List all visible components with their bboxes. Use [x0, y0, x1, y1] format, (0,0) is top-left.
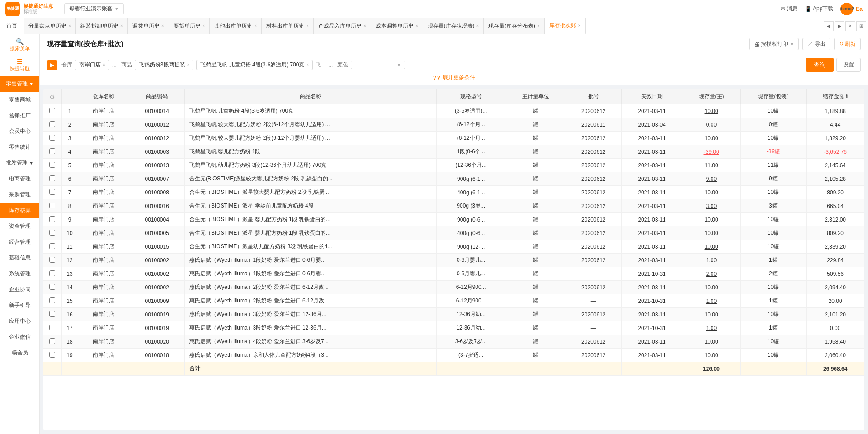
tab-close-all-btn[interactable]: × — [845, 21, 855, 31]
sidebar-item-system[interactable]: 系统管理 — [0, 266, 39, 282]
warehouse-more[interactable]: ... — [112, 62, 117, 68]
row-stock-main[interactable]: 10.00 — [683, 213, 740, 226]
sidebar-item-vip[interactable]: 畅会员 — [0, 345, 39, 361]
row-checkbox[interactable] — [43, 186, 61, 199]
sidebar-item-ecommerce[interactable]: 电商管理 — [0, 171, 39, 187]
tab-home[interactable]: 首页 — [0, 18, 24, 34]
tab-item-5[interactable]: 材料出库单历史 × — [262, 18, 314, 34]
sidebar-item-marketing[interactable]: 营销推广 — [0, 108, 39, 123]
row-checkbox[interactable] — [43, 254, 61, 267]
user-info[interactable]: demo2 Ea — [840, 3, 863, 15]
tab-close-4[interactable]: × — [254, 24, 257, 28]
row-stock-main[interactable]: 1.00 — [683, 254, 740, 267]
filter-toggle-button[interactable]: ▶ — [47, 60, 57, 70]
product-more[interactable]: 飞... — [316, 61, 326, 69]
row-checkbox[interactable] — [43, 172, 61, 186]
row-checkbox[interactable] — [43, 335, 61, 349]
row-stock-main[interactable]: 10.00 — [683, 240, 740, 254]
tab-close-1[interactable]: × — [120, 24, 123, 28]
sidebar-item-inventory[interactable]: 库存核算 — [0, 203, 39, 218]
sidebar-item-wechat[interactable]: 企业微信 — [0, 329, 39, 345]
row-checkbox[interactable] — [43, 145, 61, 159]
color-input[interactable]: ▼ — [351, 61, 405, 69]
tab-item-7[interactable]: 成本调整单历史 × — [371, 18, 423, 34]
tab-item-9[interactable]: 现存量(库存分布表) × — [484, 18, 545, 34]
row-stock-main[interactable]: -39.00 — [683, 145, 740, 159]
query-button[interactable]: 查询 — [806, 58, 834, 72]
sidebar-item-purchase[interactable]: 采购管理 — [0, 187, 39, 203]
row-stock-main[interactable]: 0.00 — [683, 118, 740, 132]
tab-item-0[interactable]: 分量盘点单历史 × — [24, 18, 76, 34]
row-stock-main[interactable]: 10.00 — [683, 226, 740, 240]
row-checkbox[interactable] — [43, 104, 61, 118]
tab-close-10[interactable]: × — [578, 23, 581, 28]
row-checkbox[interactable] — [43, 294, 61, 308]
row-checkbox[interactable] — [43, 240, 61, 254]
tab-item-10[interactable]: 库存批次账 × — [545, 18, 586, 34]
row-stock-main[interactable]: 9.00 — [683, 172, 740, 186]
account-selector[interactable]: 母婴行业演示账套 ▼ — [64, 3, 124, 14]
tab-close-3[interactable]: × — [203, 24, 205, 28]
row-stock-main[interactable]: 10.00 — [683, 281, 740, 294]
product-tag-1-close[interactable]: × — [306, 62, 309, 67]
export-button[interactable]: ↗ 导出 — [802, 38, 830, 50]
row-checkbox[interactable] — [43, 213, 61, 226]
sidebar-search[interactable]: 🔍 搜索英单 — [0, 34, 39, 54]
expand-more-conditions[interactable]: ∨∨ 展开更多条件 — [47, 72, 861, 81]
app-download-link[interactable]: 📱 App下载 — [805, 5, 833, 13]
sidebar-item-ops-mgmt[interactable]: 经营管理 — [0, 234, 39, 250]
row-stock-main[interactable]: 3.00 — [683, 199, 740, 213]
tab-close-8[interactable]: × — [476, 24, 479, 28]
row-stock-main[interactable]: 11.00 — [683, 159, 740, 172]
sidebar-item-finance[interactable]: 资金管理 — [0, 218, 39, 234]
row-checkbox[interactable] — [43, 199, 61, 213]
product-tag-1[interactable]: 飞鹤星飞帆 儿童奶粉 4段(3-6岁适用) 700克 × — [196, 60, 313, 70]
tab-close-2[interactable]: × — [161, 24, 164, 28]
row-checkbox[interactable] — [43, 159, 61, 172]
tab-item-1[interactable]: 组装拆卸单历史 × — [76, 18, 128, 34]
tab-item-6[interactable]: 产成品入库单历史 × — [314, 18, 371, 34]
tab-close-5[interactable]: × — [306, 24, 309, 28]
sidebar-item-app-center[interactable]: 应用中心 — [0, 313, 39, 329]
tab-close-6[interactable]: × — [363, 24, 366, 28]
row-stock-main[interactable]: 10.00 — [683, 104, 740, 118]
col-settings[interactable]: ⚙ — [43, 89, 61, 104]
product-tag-0-close[interactable]: × — [187, 62, 190, 67]
row-stock-main[interactable]: 10.00 — [683, 308, 740, 321]
tab-item-4[interactable]: 其他出库单历史 × — [210, 18, 262, 34]
sidebar-item-collab[interactable]: 企业协同 — [0, 282, 39, 297]
print-button[interactable]: 🖨 按模板打印 ▼ — [749, 38, 799, 50]
sidebar-item-retail-mgmt[interactable]: 零售管理 ▼ — [0, 76, 39, 92]
row-checkbox[interactable] — [43, 281, 61, 294]
tab-close-0[interactable]: × — [68, 24, 71, 28]
message-link[interactable]: ✉ 消息 — [781, 5, 797, 13]
row-checkbox[interactable] — [43, 308, 61, 321]
sidebar-item-basic-info[interactable]: 基础信息 — [0, 250, 39, 266]
row-checkbox[interactable] — [43, 118, 61, 132]
row-stock-main[interactable]: 10.00 — [683, 335, 740, 349]
refresh-button[interactable]: ↻ 刷新 — [834, 38, 861, 50]
sidebar-item-wholesale[interactable]: 批发管理 ▼ — [0, 155, 39, 171]
product-tag-0[interactable]: 飞鹤奶粉3段两提装 × — [135, 60, 194, 70]
row-checkbox[interactable] — [43, 349, 61, 362]
sidebar-item-member[interactable]: 会员中心 — [0, 123, 39, 139]
tab-item-3[interactable]: 要货单历史 × — [169, 18, 210, 34]
row-stock-main[interactable]: 10.00 — [683, 349, 740, 362]
sidebar-quick-nav[interactable]: ☰ 快捷导航 — [0, 56, 39, 74]
sidebar-item-guide[interactable]: 新手引导 — [0, 297, 39, 313]
tab-item-2[interactable]: 调拨单历史 × — [128, 18, 169, 34]
sidebar-item-retail-mall[interactable]: 零售商城 — [0, 92, 39, 108]
tab-next-btn[interactable]: ▶ — [835, 21, 844, 31]
row-checkbox[interactable] — [43, 321, 61, 335]
row-stock-main[interactable]: 2.00 — [683, 267, 740, 281]
row-stock-main[interactable]: 1.00 — [683, 294, 740, 308]
tab-close-9[interactable]: × — [537, 24, 540, 28]
warehouse-tag[interactable]: 南岸门店 × — [75, 60, 109, 70]
warehouse-tag-close[interactable]: × — [103, 62, 105, 67]
row-stock-main[interactable]: 1.00 — [683, 321, 740, 335]
row-stock-main[interactable]: 10.00 — [683, 186, 740, 199]
row-checkbox[interactable] — [43, 226, 61, 240]
row-checkbox[interactable] — [43, 132, 61, 145]
set-button[interactable]: 设置 — [836, 58, 861, 72]
tab-close-7[interactable]: × — [415, 24, 418, 28]
